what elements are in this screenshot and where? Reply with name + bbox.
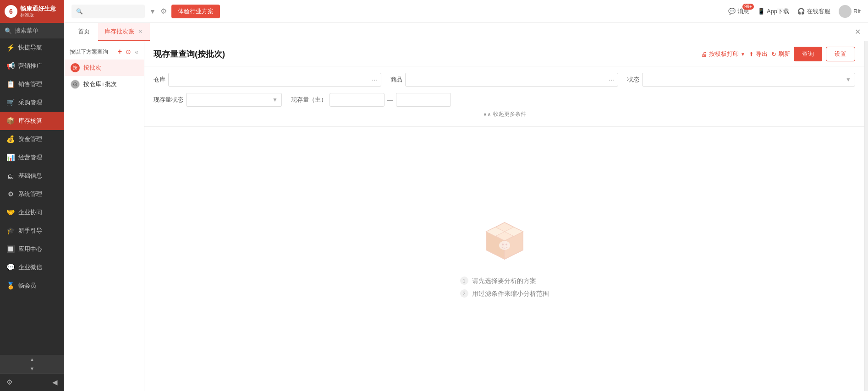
settings-button[interactable]: 设置 bbox=[826, 47, 855, 61]
collapse-filters-btn[interactable]: ∧∧ 收起更多条件 bbox=[154, 107, 855, 120]
finance-icon: 💰 bbox=[6, 135, 15, 143]
sidebar-item-operations[interactable]: 📊 经营管理 bbox=[0, 148, 64, 167]
stock-main-range: — bbox=[330, 93, 451, 107]
sidebar-item-enterprise[interactable]: 🤝 企业协同 bbox=[0, 203, 64, 222]
page-title: 现存量查询(按批次) bbox=[154, 49, 225, 60]
sidebar-label-apps: 应用中心 bbox=[18, 245, 42, 253]
sidebar-item-wechat[interactable]: 💬 企业微信 bbox=[0, 258, 64, 277]
empty-state: 1 请先选择要分析的方案 2 用过滤条件来缩小分析范围 bbox=[144, 127, 864, 391]
status-filter: 状态 ▼ bbox=[627, 73, 855, 87]
goods-more-icon[interactable]: ··· bbox=[609, 76, 614, 83]
sidebar-item-newbie[interactable]: 🎓 新手引导 bbox=[0, 222, 64, 240]
warehouse-label: 仓库 bbox=[154, 76, 165, 84]
right-scrollbar[interactable] bbox=[864, 41, 868, 391]
search-menu-item[interactable]: 🔍 搜索菜单 bbox=[0, 23, 64, 38]
stock-status-input[interactable]: ▼ bbox=[186, 93, 282, 107]
stock-status-chevron: ▼ bbox=[272, 97, 278, 103]
refresh-label: 刷新 bbox=[778, 50, 790, 58]
message-btn[interactable]: 💬 消息 99+ bbox=[728, 7, 749, 16]
sidebar-item-member[interactable]: 🏅 畅会员 bbox=[0, 277, 64, 295]
stock-main-from[interactable] bbox=[330, 93, 385, 107]
topbar-gear-btn[interactable]: ⚙ bbox=[160, 7, 167, 16]
step-1-num: 1 bbox=[460, 277, 468, 285]
sidebar-item-purchase[interactable]: 🛒 采购管理 bbox=[0, 93, 64, 112]
collapse-left-panel-btn[interactable]: « bbox=[135, 48, 138, 55]
inventory-icon: 📦 bbox=[6, 117, 15, 125]
purchase-icon: 🛒 bbox=[6, 98, 15, 107]
sidebar-scroll-down[interactable]: ▼ bbox=[0, 364, 64, 373]
left-panel-title: 按以下方案查询 bbox=[70, 48, 108, 56]
sidebar-scroll-up[interactable]: ▲ bbox=[0, 355, 64, 364]
export-btn[interactable]: ⬆ 导出 bbox=[749, 50, 768, 58]
trial-btn[interactable]: 体验行业方案 bbox=[171, 5, 220, 18]
sidebar-settings-btn[interactable]: ⚙ bbox=[6, 378, 12, 386]
tabs-bar: 首页 库存批次账 ✕ ✕ bbox=[64, 23, 868, 41]
stock-status-filter: 现存量状态 ▼ bbox=[154, 93, 282, 107]
main-area: 🔍 ▼ ⚙ 体验行业方案 💬 消息 99+ 📱 App下载 🎧 在线客服 Rit bbox=[64, 0, 868, 391]
topbar-dropdown-btn[interactable]: ▼ bbox=[149, 8, 156, 15]
svg-point-8 bbox=[505, 244, 507, 245]
plan-settings-btn[interactable]: ⊙ bbox=[126, 48, 131, 55]
close-panel-btn[interactable]: ✕ bbox=[855, 27, 861, 36]
goods-input[interactable]: ··· bbox=[405, 73, 618, 87]
add-plan-btn[interactable]: + bbox=[118, 48, 122, 56]
sidebar-collapse-btn[interactable]: ◀ bbox=[52, 378, 58, 386]
warehouse-more-icon[interactable]: ··· bbox=[372, 76, 377, 83]
plan-item-by-batch[interactable]: 按 按批次 bbox=[64, 60, 144, 76]
sidebar-item-inventory[interactable]: 📦 库存核算 bbox=[0, 112, 64, 130]
tab-batch-close-btn[interactable]: ✕ bbox=[137, 28, 143, 35]
search-menu-label: 搜索菜单 bbox=[15, 27, 38, 35]
export-icon: ⬆ bbox=[749, 51, 754, 58]
stock-main-label: 现存量（主） bbox=[291, 96, 327, 104]
sidebar-nav: ⚡ 快捷导航 📢 营销推广 📋 销售管理 🛒 采购管理 📦 库存核算 💰 资金管… bbox=[0, 38, 64, 355]
sidebar-item-basic[interactable]: 🗂 基础信息 bbox=[0, 167, 64, 185]
app-download-label: App下载 bbox=[767, 7, 789, 16]
sidebar-item-sales[interactable]: 📋 销售管理 bbox=[0, 75, 64, 93]
plan-item-by-warehouse-batch[interactable]: ⊙ 按仓库+批次 bbox=[64, 76, 144, 92]
tab-batch-ledger[interactable]: 库存批次账 ✕ bbox=[98, 23, 150, 41]
sidebar: 6 畅康通好生意 标准版 🔍 搜索菜单 ⚡ 快捷导航 📢 营销推广 📋 销售管理… bbox=[0, 0, 64, 391]
status-select[interactable]: ▼ bbox=[642, 73, 855, 87]
sidebar-item-system[interactable]: ⚙ 系统管理 bbox=[0, 185, 64, 203]
shortcut-icon: ⚡ bbox=[6, 43, 15, 52]
app-download-btn[interactable]: 📱 App下载 bbox=[758, 7, 789, 16]
empty-step-1: 1 请先选择要分析的方案 bbox=[460, 274, 549, 287]
query-button[interactable]: 查询 bbox=[794, 47, 822, 61]
status-chevron-icon: ▼ bbox=[846, 76, 851, 83]
user-avatar-btn[interactable]: Rit bbox=[839, 5, 861, 18]
sidebar-item-shortcut[interactable]: ⚡ 快捷导航 bbox=[0, 38, 64, 57]
sidebar-label-purchase: 采购管理 bbox=[18, 98, 42, 107]
topbar-search[interactable]: 🔍 bbox=[71, 5, 145, 18]
tab-home-label: 首页 bbox=[78, 27, 90, 36]
app-name: 畅康通好生意 bbox=[20, 5, 56, 12]
topbar-right: 💬 消息 99+ 📱 App下载 🎧 在线客服 Rit bbox=[728, 5, 861, 18]
sidebar-label-enterprise: 企业协同 bbox=[18, 208, 42, 217]
online-service-btn[interactable]: 🎧 在线客服 bbox=[797, 7, 830, 16]
phone-icon: 📱 bbox=[758, 8, 765, 15]
empty-step-2-text: 用过滤条件来缩小分析范围 bbox=[472, 287, 549, 300]
print-template-btn[interactable]: 🖨 按模板打印 ▼ bbox=[701, 50, 745, 58]
range-separator: — bbox=[387, 97, 393, 103]
sidebar-label-inventory: 库存核算 bbox=[18, 117, 42, 125]
filter-row-2: 现存量状态 ▼ 现存量（主） — bbox=[154, 93, 855, 107]
empty-instructions: 1 请先选择要分析的方案 2 用过滤条件来缩小分析范围 bbox=[460, 274, 549, 300]
left-panel-header: 按以下方案查询 + ⊙ « bbox=[64, 46, 144, 60]
stock-main-to[interactable] bbox=[396, 93, 451, 107]
tab-home[interactable]: 首页 bbox=[71, 23, 96, 41]
app-sub: 标准版 bbox=[20, 12, 56, 18]
app-title-area: 畅康通好生意 标准版 bbox=[20, 5, 56, 18]
headset-icon: 🎧 bbox=[797, 8, 805, 15]
tab-batch-ledger-label: 库存批次账 bbox=[104, 27, 134, 36]
sidebar-item-apps[interactable]: 🔲 应用中心 bbox=[0, 240, 64, 258]
search-icon: 🔍 bbox=[5, 27, 12, 34]
stock-main-filter: 现存量（主） — bbox=[291, 93, 451, 107]
sidebar-item-finance[interactable]: 💰 资金管理 bbox=[0, 130, 64, 148]
empty-step-2: 2 用过滤条件来缩小分析范围 bbox=[460, 287, 549, 300]
sidebar-item-marketing[interactable]: 📢 营销推广 bbox=[0, 57, 64, 75]
refresh-btn[interactable]: ↻ 刷新 bbox=[771, 50, 790, 58]
message-icon: 💬 bbox=[728, 8, 736, 15]
sidebar-label-sales: 销售管理 bbox=[18, 80, 42, 88]
warehouse-input[interactable]: ··· bbox=[168, 73, 381, 87]
sidebar-label-operations: 经营管理 bbox=[18, 153, 42, 162]
warehouse-filter: 仓库 ··· bbox=[154, 73, 381, 87]
